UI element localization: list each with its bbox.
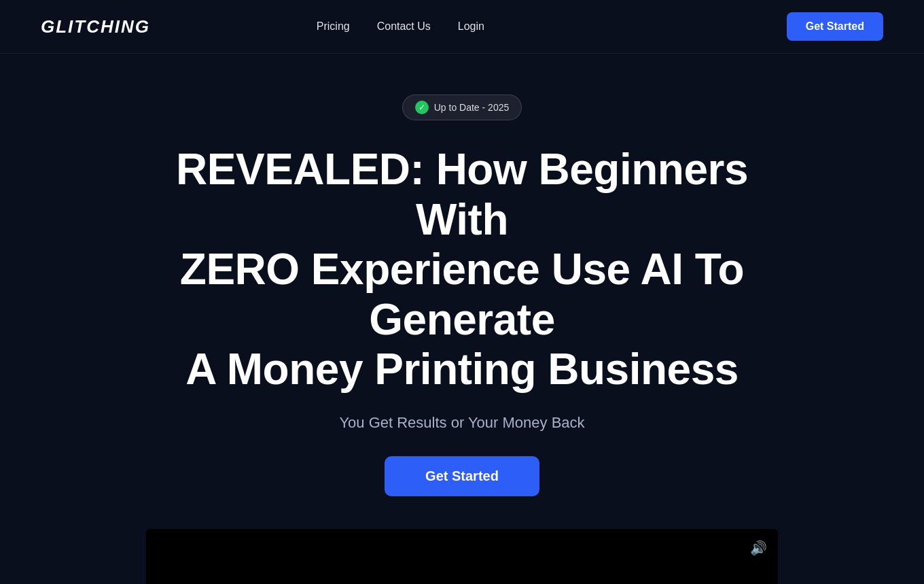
hero-subtitle: You Get Results or Your Money Back [339,414,584,432]
badge-uptodate: ✓ Up to Date - 2025 [402,95,522,120]
hero-get-started-button[interactable]: Get Started [385,456,539,496]
check-icon: ✓ [415,101,429,114]
volume-icon: 🔊 [750,540,767,556]
logo-main-text: GLITCHING [41,16,150,37]
nav-get-started-button[interactable]: Get Started [787,12,883,41]
nav-item-contact[interactable]: Contact Us [377,20,431,33]
hero-title: REVEALED: How Beginners With ZERO Experi… [156,145,768,395]
navbar: GLITCHING GLITCHING GLITCHING Pricing Co… [0,0,924,54]
hero-title-line2: ZERO Experience Use AI To Generate [180,245,744,344]
nav-link-contact[interactable]: Contact Us [377,20,431,32]
brand-logo[interactable]: GLITCHING GLITCHING GLITCHING [41,16,150,37]
hero-section: ✓ Up to Date - 2025 REVEALED: How Beginn… [0,54,924,584]
video-player[interactable]: 🔊 [146,529,778,584]
nav-item-login[interactable]: Login [458,20,484,33]
nav-item-pricing[interactable]: Pricing [317,20,350,33]
nav-link-login[interactable]: Login [458,20,484,32]
nav-link-pricing[interactable]: Pricing [317,20,350,32]
nav-links: Pricing Contact Us Login [317,20,484,33]
hero-title-line1: REVEALED: How Beginners With [176,145,748,244]
hero-title-line3: A Money Printing Business [185,345,739,394]
badge-text: Up to Date - 2025 [434,102,510,113]
